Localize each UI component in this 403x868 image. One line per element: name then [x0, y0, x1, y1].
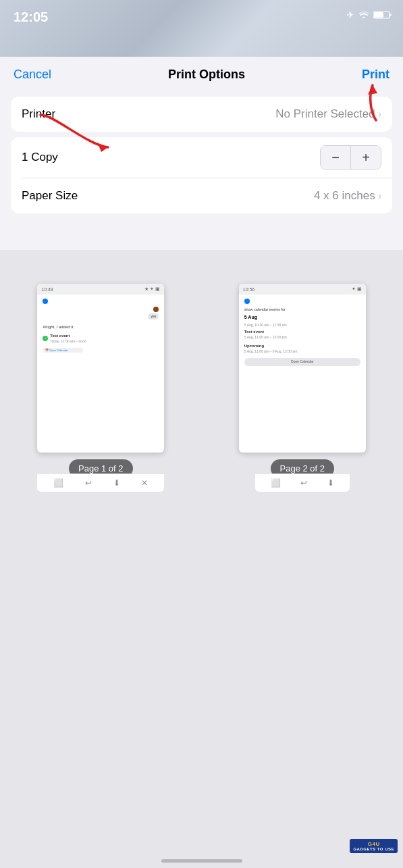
thumb1-toolbar: ⬜ ↩ ⬇ ✕ — [37, 474, 164, 492]
svg-rect-2 — [389, 14, 392, 16]
wifi-icon — [358, 9, 369, 20]
increment-button[interactable]: + — [351, 146, 381, 169]
paper-size-chevron-icon: › — [378, 190, 381, 202]
sheet-title: Print Options — [168, 68, 245, 82]
svg-marker-4 — [368, 85, 377, 95]
thumb1-content: yes Alright, I added it. ✓ Test event To… — [37, 295, 164, 357]
paper-size-label: Paper Size — [22, 189, 78, 203]
decrement-button[interactable]: − — [321, 146, 350, 169]
thumb2-content: show calendar events for 5 Aug 5 Aug, 10… — [239, 295, 366, 370]
svg-marker-3 — [98, 143, 108, 152]
battery-icon — [373, 10, 392, 20]
cancel-button[interactable]: Cancel — [14, 68, 51, 82]
status-time: 12:05 — [14, 9, 48, 25]
thumb2-status: 10:56 ✦ ▣ — [239, 284, 366, 295]
paper-size-value: 4 x 6 inches › — [314, 189, 381, 203]
thumb2-toolbar: ⬜ ↩ ⬇ — [255, 474, 350, 492]
page1-frame: 10:49 ★ ✦ ▣ yes Alright, I added it. ✓ T… — [37, 284, 164, 453]
status-icons: ✈ — [346, 9, 392, 20]
watermark-tagline: GADGETS TO USE — [353, 847, 394, 851]
home-indicator — [161, 859, 242, 863]
watermark: G4U GADGETS TO USE — [350, 839, 398, 853]
paper-size-row[interactable]: Paper Size 4 x 6 inches › — [11, 178, 392, 213]
page2-thumbnail[interactable]: 10:56 ✦ ▣ show calendar events for 5 Aug… — [202, 277, 404, 492]
annotation-arrow-printer — [34, 108, 122, 158]
copy-stepper: − + — [320, 145, 381, 170]
page2-frame: 10:56 ✦ ▣ show calendar events for 5 Aug… — [239, 284, 366, 453]
annotation-arrow-print — [335, 80, 389, 130]
page1-thumbnail[interactable]: 10:49 ★ ✦ ▣ yes Alright, I added it. ✓ T… — [0, 277, 202, 492]
status-bar: 12:05 ✈ — [0, 0, 403, 57]
thumbnails-row: 10:49 ★ ✦ ▣ yes Alright, I added it. ✓ T… — [0, 263, 403, 492]
svg-rect-1 — [374, 12, 383, 18]
airplane-icon: ✈ — [346, 9, 354, 20]
watermark-logo: G4U — [368, 841, 380, 847]
thumb1-status: 10:49 ★ ✦ ▣ — [37, 284, 164, 295]
